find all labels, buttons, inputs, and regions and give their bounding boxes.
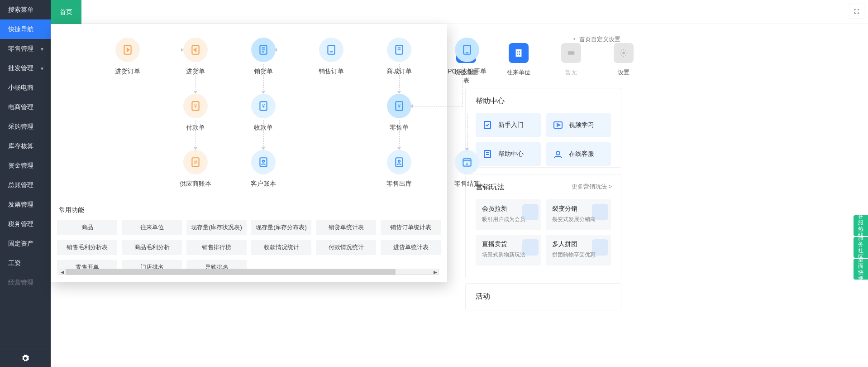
svg-text:¥: ¥ (262, 103, 265, 109)
sales-item-member[interactable]: 会员拉新吸引用户成为会员 (476, 199, 541, 230)
node-supplier-ledger[interactable]: 供供应商账本 (162, 150, 229, 188)
scroll-right-button[interactable]: ▶ (432, 269, 439, 275)
sidebar-item-invoice[interactable]: 发票管理 (0, 195, 51, 214)
fn-btn[interactable]: 销售排行榜 (186, 240, 247, 255)
node-customer-ledger[interactable]: 客户账本 (229, 150, 297, 188)
sidebar-item-wholesale[interactable]: 批发管理▼ (0, 58, 51, 78)
doc-icon (325, 44, 337, 56)
fn-btn[interactable]: 销售毛利分析表 (57, 240, 117, 255)
node-label: 供应商账本 (162, 180, 229, 188)
help-item-video[interactable]: 视频学习 (546, 113, 611, 137)
svg-point-20 (262, 160, 264, 162)
fn-btn[interactable]: 商品毛利分析 (122, 240, 182, 255)
svg-text:¥: ¥ (397, 103, 401, 109)
fn-btn[interactable]: 销货订单统计表 (381, 220, 441, 235)
svg-point-4 (622, 52, 625, 54)
sales-more-link[interactable]: 更多营销玩法 > (572, 183, 612, 191)
sidebar-item-retail[interactable]: 零售管理▼ (0, 39, 51, 58)
svg-point-0 (573, 38, 575, 40)
node-pos-open[interactable]: POS收银开单 (433, 38, 501, 76)
help-item-label: 视频学习 (569, 121, 594, 129)
help-item-newbie[interactable]: 新手入门 (476, 113, 541, 137)
sales-item-fission[interactable]: 裂变分销裂变式发展分销商 (546, 199, 611, 230)
scroll-track[interactable] (66, 269, 432, 275)
fn-btn[interactable]: 进货单统计表 (381, 240, 441, 255)
scroll-thumb[interactable] (66, 269, 396, 275)
node-retail-out[interactable]: 零售出库 (365, 150, 433, 188)
top-icon-empty[interactable]: 暂无 (558, 43, 585, 85)
common-functions-grid: 商品 往来单位 现存量(库存状况表) 现存量(库存分布表) 销货单统计表 销货订… (51, 214, 447, 275)
sidebar-item-ledger[interactable]: 总账管理 (0, 175, 51, 195)
svg-rect-26 (554, 122, 562, 128)
node-label: 零售出库 (365, 180, 433, 188)
quicknav-flyout: 进货订单 进货单 销货单 销售订单 商城订单 POS收银开单 ¥付款单 ¥收款单… (51, 24, 447, 282)
custom-setting-label: 首页自定义设置 (579, 36, 620, 43)
decor-icon (592, 204, 608, 220)
node-label: 零售结算 (433, 180, 501, 188)
fn-btn[interactable]: 销货单统计表 (316, 220, 376, 235)
money-doc-icon: ¥ (393, 100, 405, 112)
person-doc-icon (258, 156, 269, 168)
sidebar-item-tax[interactable]: 税务管理 (0, 214, 51, 234)
node-purchase-order[interactable]: 进货订单 (94, 38, 162, 76)
svg-text:供: 供 (194, 160, 198, 164)
sidebar-item-search[interactable]: 搜索菜单 (0, 0, 51, 19)
edge-community[interactable]: 服务社区 (854, 237, 868, 258)
sidebar-item-purchase[interactable]: 采购管理 (0, 117, 51, 136)
fullscreen-button[interactable] (849, 4, 864, 19)
fn-btn[interactable]: 付款情况统计 (316, 240, 376, 255)
chevron-down-icon: ▼ (40, 39, 44, 58)
activity-card: 活动 (465, 283, 621, 310)
sales-item-groupbuy[interactable]: 多人拼团拼团购物享受优惠 (546, 235, 611, 266)
headset-icon (553, 149, 563, 159)
decor-icon (592, 239, 608, 256)
sales-play-card: 营销玩法 更多营销玩法 > 会员拉新吸引用户成为会员 裂变分销裂变式发展分销商 … (465, 174, 621, 278)
top-icon-settings[interactable]: 设置 (610, 43, 637, 85)
edge-hotline[interactable]: 客服热线 (854, 215, 868, 236)
doc-in-icon (122, 44, 134, 56)
checklist-icon (393, 44, 405, 56)
chevron-down-icon: ▼ (40, 58, 44, 78)
svg-rect-8 (328, 45, 334, 54)
tab-home[interactable]: 首页 (51, 0, 81, 24)
fn-btn[interactable]: 现存量(库存分布表) (251, 220, 311, 235)
help-item-support[interactable]: 在线客服 (546, 142, 611, 166)
sales-item-live[interactable]: 直播卖货场景式购物新玩法 (476, 235, 541, 266)
sidebar-item-ecommerce-xc[interactable]: 小畅电商 (0, 78, 51, 97)
svg-point-28 (556, 151, 560, 155)
money-doc-icon: ¥ (258, 100, 269, 112)
decor-icon (522, 239, 539, 256)
checklist-icon (258, 44, 269, 56)
svg-text:¥: ¥ (466, 162, 468, 166)
edge-desktop[interactable]: 桌面快捷 (854, 259, 868, 280)
sidebar-item-quicknav[interactable]: 快捷导航 (0, 19, 51, 39)
fn-btn[interactable]: 收款情况统计 (251, 240, 311, 255)
calendar-money-icon: ¥ (461, 156, 473, 168)
sidebar-item-operations[interactable]: 经营管理 (0, 273, 51, 292)
sidebar-item-label: 零售管理 (8, 45, 33, 52)
node-sales-order[interactable]: 销售订单 (297, 38, 365, 76)
sidebar-settings-button[interactable] (0, 349, 51, 367)
play-icon (553, 120, 563, 130)
fn-btn[interactable]: 商品 (57, 220, 117, 235)
decor-icon (522, 204, 539, 220)
flyout-scrollbar[interactable]: ◀ ▶ (59, 269, 439, 275)
fn-btn[interactable]: 现存量(库存状况表) (186, 220, 247, 235)
sidebar-item-assets[interactable]: 固定资产 (0, 234, 51, 253)
clipboard-check-icon (482, 120, 493, 130)
custom-setting-link[interactable]: 首页自定义设置 (571, 35, 620, 43)
scroll-left-button[interactable]: ◀ (59, 269, 66, 275)
money-doc-icon: ¥ (190, 100, 201, 112)
ledger-icon: 供 (190, 156, 201, 168)
top-icon-contacts[interactable]: 往来单位 (505, 43, 532, 85)
placeholder-icon (566, 48, 576, 58)
sidebar-item-inventory[interactable]: 库存核算 (0, 136, 51, 156)
fn-btn[interactable]: 往来单位 (122, 220, 182, 235)
sidebar-item-funds[interactable]: 资金管理 (0, 156, 51, 175)
edge-dock: 客服热线 服务社区 桌面快捷 (854, 215, 868, 280)
help-item-label: 新手入门 (498, 121, 524, 129)
sidebar-item-ecommerce[interactable]: 电商管理 (0, 97, 51, 117)
help-item-label: 帮助中心 (498, 150, 524, 158)
node-retail-settle[interactable]: ¥零售结算 (433, 150, 501, 188)
sidebar-item-salary[interactable]: 工资 (0, 253, 51, 273)
